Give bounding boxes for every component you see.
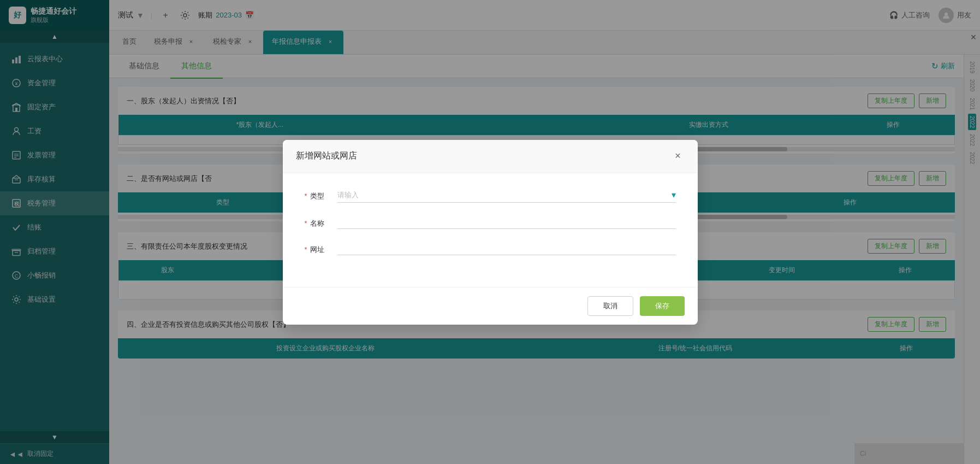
type-input[interactable] bbox=[337, 191, 672, 199]
type-input-wrap: ▾ bbox=[337, 190, 676, 203]
url-input[interactable] bbox=[337, 244, 676, 252]
add-website-dialog: 新增网站或网店 × * 类型 ▾ * 名称 bbox=[283, 140, 698, 325]
url-label: * 网址 bbox=[305, 245, 337, 255]
dialog-close-button[interactable]: × bbox=[672, 150, 685, 163]
name-label-text: 名称 bbox=[310, 219, 324, 227]
form-field-name: * 名称 bbox=[305, 218, 676, 229]
dialog-header: 新增网站或网店 × bbox=[283, 140, 698, 173]
type-label-text: 类型 bbox=[310, 192, 324, 200]
name-label: * 名称 bbox=[305, 219, 337, 228]
name-input-wrap bbox=[337, 218, 676, 229]
form-field-type: * 类型 ▾ bbox=[305, 190, 676, 203]
form-field-url: * 网址 bbox=[305, 244, 676, 255]
save-button[interactable]: 保存 bbox=[640, 296, 685, 316]
name-input[interactable] bbox=[337, 218, 676, 226]
type-label: * 类型 bbox=[305, 191, 337, 201]
url-label-text: 网址 bbox=[310, 245, 324, 254]
dropdown-icon[interactable]: ▾ bbox=[672, 190, 676, 200]
dialog-footer: 取消 保存 bbox=[283, 287, 698, 325]
dialog-overlay[interactable]: 新增网站或网店 × * 类型 ▾ * 名称 bbox=[0, 0, 980, 464]
close-icon: × bbox=[675, 150, 681, 162]
dialog-title: 新增网站或网店 bbox=[296, 150, 357, 162]
dialog-body: * 类型 ▾ * 名称 bbox=[283, 173, 698, 287]
cancel-button[interactable]: 取消 bbox=[587, 296, 633, 316]
url-input-wrap bbox=[337, 244, 676, 255]
